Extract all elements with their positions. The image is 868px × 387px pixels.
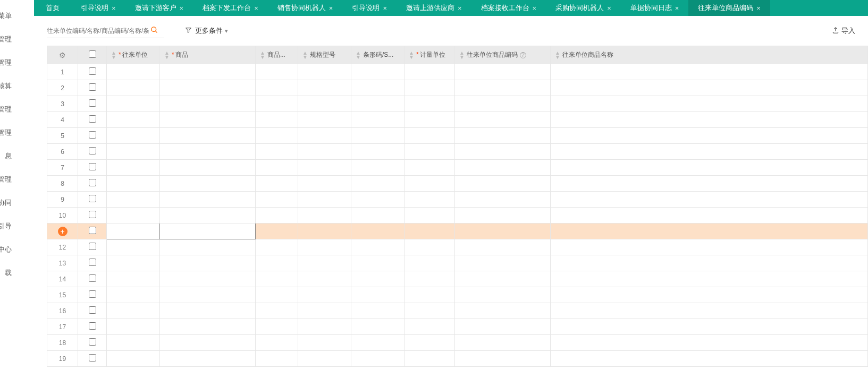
- tab-5[interactable]: 引导说明×: [342, 0, 397, 16]
- cell-name[interactable]: [551, 335, 868, 351]
- cell-spec[interactable]: [298, 319, 351, 335]
- cell-spec[interactable]: [298, 351, 351, 367]
- cell-product[interactable]: [160, 303, 256, 319]
- cell-product[interactable]: [160, 208, 256, 223]
- row-checkbox-cell[interactable]: [78, 287, 107, 303]
- table-row[interactable]: 4: [47, 112, 868, 128]
- cell-prodext[interactable]: [256, 208, 298, 223]
- cell-name[interactable]: [551, 319, 868, 335]
- cell-barcode[interactable]: [351, 351, 404, 367]
- search-input[interactable]: [47, 27, 150, 35]
- row-checkbox[interactable]: [89, 115, 96, 123]
- cell-product[interactable]: [160, 192, 256, 208]
- cell-uom[interactable]: [404, 128, 455, 144]
- cell-uom[interactable]: [404, 303, 455, 319]
- cell-prodext[interactable]: [256, 351, 298, 367]
- close-icon[interactable]: ×: [180, 4, 184, 12]
- cell-product[interactable]: [160, 239, 256, 255]
- col-header-barcode[interactable]: 条形码/S...: [351, 46, 404, 64]
- cell-code[interactable]: [455, 335, 551, 351]
- cell-spec[interactable]: [298, 112, 351, 128]
- cell-code[interactable]: [455, 160, 551, 176]
- tab-8[interactable]: 采购协同机器人×: [546, 0, 621, 16]
- cell-product[interactable]: [160, 80, 256, 96]
- cell-prodext[interactable]: [256, 303, 298, 319]
- sidebar-item-11[interactable]: 载: [0, 261, 13, 285]
- table-row[interactable]: 7: [47, 160, 868, 176]
- cell-barcode[interactable]: [351, 239, 404, 255]
- cell-uom[interactable]: [404, 223, 455, 239]
- cell-unit[interactable]: [107, 176, 160, 192]
- cell-barcode[interactable]: [351, 144, 404, 160]
- row-checkbox[interactable]: [89, 179, 96, 186]
- cell-barcode[interactable]: [351, 208, 404, 223]
- row-index-cell[interactable]: 12: [47, 239, 78, 255]
- cell-product[interactable]: [160, 223, 256, 239]
- col-header-prodext[interactable]: 商品...: [256, 46, 298, 64]
- cell-product[interactable]: [160, 160, 256, 176]
- cell-prodext[interactable]: [256, 112, 298, 128]
- cell-code[interactable]: [455, 80, 551, 96]
- cell-name[interactable]: [551, 255, 868, 271]
- cell-unit[interactable]: [107, 223, 160, 239]
- cell-code[interactable]: [455, 96, 551, 112]
- cell-uom[interactable]: [404, 255, 455, 271]
- cell-product[interactable]: [160, 287, 256, 303]
- sidebar-item-9[interactable]: 引导: [0, 214, 13, 238]
- cell-uom[interactable]: [404, 287, 455, 303]
- sidebar-item-7[interactable]: 管理: [0, 168, 13, 191]
- cell-spec[interactable]: [298, 255, 351, 271]
- cell-barcode[interactable]: [351, 64, 404, 80]
- row-index-cell[interactable]: 19: [47, 351, 78, 367]
- row-index-cell[interactable]: 8: [47, 176, 78, 192]
- row-index-cell[interactable]: 14: [47, 271, 78, 287]
- cell-prodext[interactable]: [256, 144, 298, 160]
- row-checkbox-cell[interactable]: [78, 128, 107, 144]
- row-checkbox-cell[interactable]: [78, 319, 107, 335]
- close-icon[interactable]: ×: [383, 4, 387, 12]
- cell-spec[interactable]: [298, 176, 351, 192]
- close-icon[interactable]: ×: [254, 4, 258, 12]
- row-index-cell[interactable]: 6: [47, 144, 78, 160]
- cell-uom[interactable]: [404, 271, 455, 287]
- cell-prodext[interactable]: [256, 160, 298, 176]
- cell-code[interactable]: [455, 64, 551, 80]
- cell-barcode[interactable]: [351, 271, 404, 287]
- cell-prodext[interactable]: [256, 255, 298, 271]
- cell-unit[interactable]: [107, 335, 160, 351]
- cell-code[interactable]: [455, 192, 551, 208]
- cell-name[interactable]: [551, 80, 868, 96]
- row-checkbox[interactable]: [89, 259, 96, 266]
- cell-barcode[interactable]: [351, 255, 404, 271]
- cell-name[interactable]: [551, 144, 868, 160]
- row-checkbox[interactable]: [89, 83, 96, 91]
- cell-unit[interactable]: [107, 239, 160, 255]
- table-row[interactable]: 10: [47, 208, 868, 223]
- sidebar-item-1[interactable]: 管理: [0, 28, 13, 51]
- cell-spec[interactable]: [298, 287, 351, 303]
- cell-name[interactable]: [551, 287, 868, 303]
- close-icon[interactable]: ×: [607, 4, 611, 12]
- cell-uom[interactable]: [404, 319, 455, 335]
- cell-product[interactable]: [160, 255, 256, 271]
- col-header-unit[interactable]: *往来单位: [107, 46, 160, 64]
- row-checkbox[interactable]: [89, 211, 96, 218]
- row-index-cell[interactable]: 2: [47, 80, 78, 96]
- cell-product[interactable]: [160, 351, 256, 367]
- col-header-uom[interactable]: *计量单位: [404, 46, 455, 64]
- cell-prodext[interactable]: [256, 192, 298, 208]
- cell-prodext[interactable]: [256, 335, 298, 351]
- row-checkbox-cell[interactable]: [78, 303, 107, 319]
- row-index-cell[interactable]: 10: [47, 208, 78, 223]
- row-checkbox-cell[interactable]: [78, 96, 107, 112]
- cell-name[interactable]: [551, 96, 868, 112]
- table-row[interactable]: +: [47, 223, 868, 239]
- select-all-checkbox[interactable]: [89, 50, 96, 58]
- cell-spec[interactable]: [298, 96, 351, 112]
- cell-code[interactable]: [455, 112, 551, 128]
- cell-uom[interactable]: [404, 351, 455, 367]
- cell-unit[interactable]: [107, 192, 160, 208]
- row-index-cell[interactable]: 4: [47, 112, 78, 128]
- table-row[interactable]: 2: [47, 80, 868, 96]
- cell-spec[interactable]: [298, 128, 351, 144]
